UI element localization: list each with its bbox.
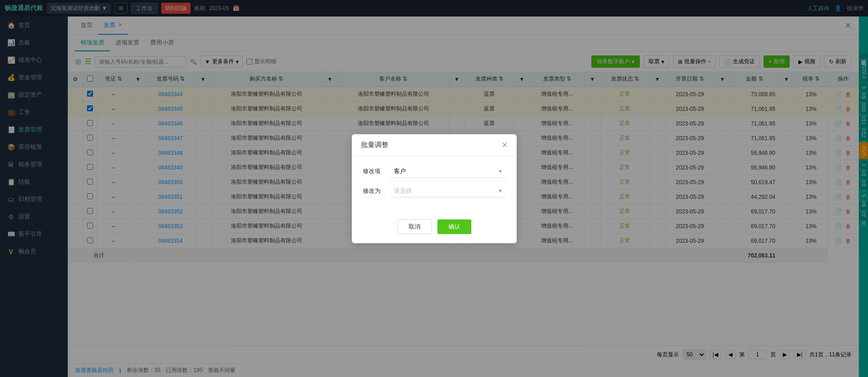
modal-body: 修改项 客户 ▾ 修改为 请选择 ▾ — [352, 156, 517, 214]
modal-confirm-btn[interactable]: 确认 — [437, 219, 471, 234]
chevron-down-icon2: ▾ — [499, 187, 502, 194]
modify-item-row: 修改项 客户 ▾ — [363, 165, 506, 178]
modal-cancel-btn[interactable]: 取消 — [397, 219, 432, 234]
modify-to-label: 修改为 — [363, 187, 390, 195]
modal-overlay: 批量调整 ✕ 修改项 客户 ▾ 修改为 请选择 ▾ 取消 确认 — [0, 0, 868, 377]
modify-item-label: 修改项 — [363, 167, 390, 175]
modify-item-select[interactable]: 客户 ▾ — [390, 165, 506, 178]
modify-to-select[interactable]: 请选择 ▾ — [390, 185, 506, 197]
modal-header: 批量调整 ✕ — [352, 134, 517, 156]
batch-adjust-modal: 批量调整 ✕ 修改项 客户 ▾ 修改为 请选择 ▾ 取消 确认 — [352, 134, 517, 243]
modal-footer: 取消 确认 — [352, 214, 517, 243]
modal-close-btn[interactable]: ✕ — [502, 141, 508, 149]
modify-to-row: 修改为 请选择 ▾ — [363, 185, 506, 197]
modal-title: 批量调整 — [361, 141, 388, 149]
modify-to-placeholder: 请选择 — [394, 187, 412, 195]
modify-item-value: 客户 — [394, 167, 406, 175]
chevron-down-icon: ▾ — [499, 168, 502, 175]
